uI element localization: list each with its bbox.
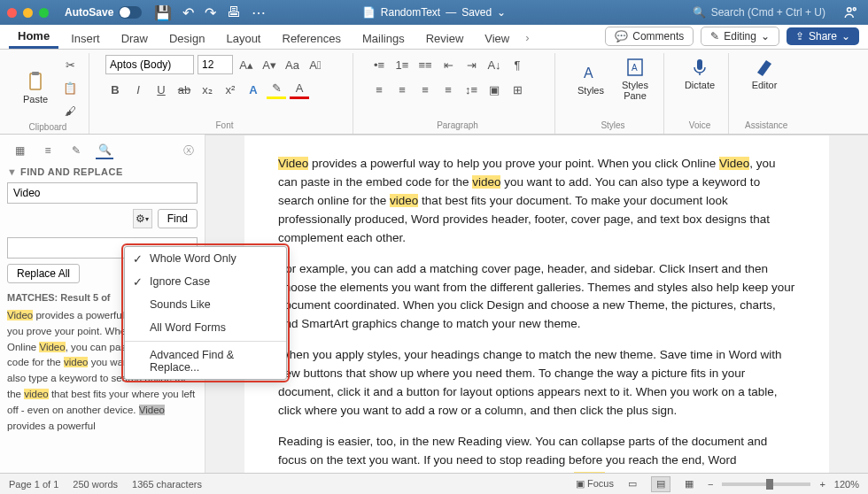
- headings-icon[interactable]: ≡: [39, 142, 57, 159]
- word-count[interactable]: 250 words: [73, 479, 118, 490]
- tab-insert[interactable]: Insert: [62, 27, 109, 49]
- zoom-out-icon[interactable]: −: [708, 479, 713, 490]
- zoom-slider[interactable]: [722, 482, 810, 486]
- tabs-overflow-icon[interactable]: ›: [522, 27, 532, 49]
- web-layout-icon[interactable]: ▦: [679, 476, 699, 492]
- text-effect-icon[interactable]: A: [244, 80, 263, 99]
- option-whole-word[interactable]: Whole Word Only: [125, 247, 286, 270]
- find-icon[interactable]: 🔍: [96, 142, 113, 159]
- justify-icon[interactable]: ≡: [438, 80, 458, 99]
- strikethrough-icon[interactable]: ab: [174, 80, 194, 99]
- bullet-list-icon[interactable]: •≡: [369, 55, 389, 74]
- borders-icon[interactable]: ⊞: [508, 80, 527, 99]
- maximize-window-icon[interactable]: [39, 8, 49, 18]
- shading-icon[interactable]: ▣: [484, 80, 504, 99]
- styles-icon: A: [580, 62, 601, 83]
- italic-icon[interactable]: I: [128, 80, 148, 99]
- review-icon[interactable]: ✎: [67, 142, 85, 159]
- align-right-icon[interactable]: ≡: [415, 80, 435, 99]
- format-painter-icon[interactable]: 🖌: [60, 101, 80, 120]
- tab-view[interactable]: View: [476, 27, 518, 49]
- editor-button[interactable]: Editor: [745, 55, 784, 92]
- undo-icon[interactable]: ↶: [182, 4, 194, 21]
- collaborate-icon[interactable]: [841, 3, 861, 22]
- font-color-icon[interactable]: A: [290, 80, 309, 99]
- minimize-window-icon[interactable]: [23, 8, 33, 18]
- align-center-icon[interactable]: ≡: [392, 80, 412, 99]
- option-all-word-forms[interactable]: All Word Forms: [125, 316, 286, 339]
- save-icon[interactable]: 💾: [154, 4, 172, 21]
- doc-status: Saved: [461, 6, 492, 19]
- bold-icon[interactable]: B: [105, 80, 125, 99]
- read-mode-icon[interactable]: ▭: [623, 476, 642, 492]
- copy-icon[interactable]: 📋: [60, 78, 80, 97]
- close-window-icon[interactable]: [7, 8, 17, 18]
- paragraph[interactable]: For example, you can add a matching cove…: [278, 260, 795, 335]
- autosave-label: AutoSave: [65, 6, 113, 19]
- find-input[interactable]: [7, 182, 198, 204]
- print-icon[interactable]: 🖶: [227, 4, 241, 21]
- zoom-level[interactable]: 120%: [834, 479, 859, 490]
- clear-format-icon[interactable]: A⃠: [306, 55, 325, 74]
- decrease-font-icon[interactable]: A▾: [260, 55, 279, 74]
- focus-mode-button[interactable]: ▣ Focus: [576, 478, 614, 490]
- autosave-switch-icon[interactable]: [119, 6, 142, 19]
- zoom-in-icon[interactable]: +: [819, 479, 825, 490]
- search-field[interactable]: 🔍 Search (Cmd + Ctrl + U): [693, 6, 825, 19]
- find-button[interactable]: Find: [158, 209, 198, 228]
- decrease-indent-icon[interactable]: ⇤: [438, 55, 458, 74]
- align-left-icon[interactable]: ≡: [369, 80, 389, 99]
- document-page[interactable]: Video provides a powerful way to help yo…: [244, 135, 829, 473]
- tab-layout[interactable]: Layout: [217, 27, 269, 49]
- line-spacing-icon[interactable]: ↕≡: [461, 80, 481, 99]
- advanced-find-replace[interactable]: Advanced Find & Replace...: [125, 343, 286, 379]
- autosave-toggle[interactable]: AutoSave: [65, 6, 142, 19]
- multilevel-list-icon[interactable]: ≡≡: [415, 55, 435, 74]
- option-ignore-case[interactable]: Ignore Case: [125, 270, 286, 293]
- dictate-button[interactable]: Dictate: [680, 55, 719, 92]
- cut-icon[interactable]: ✂: [60, 55, 80, 74]
- page-count[interactable]: Page 1 of 1: [9, 479, 58, 490]
- comments-button[interactable]: 💬 Comments: [605, 27, 694, 46]
- paste-button[interactable]: Paste: [16, 69, 55, 106]
- paragraph[interactable]: Reading is easier, too, in the new Readi…: [278, 433, 795, 473]
- tab-references[interactable]: References: [274, 27, 350, 49]
- underline-icon[interactable]: U: [151, 80, 171, 99]
- tab-home[interactable]: Home: [9, 25, 58, 49]
- tab-review[interactable]: Review: [417, 27, 473, 49]
- paragraph[interactable]: Video provides a powerful way to help yo…: [278, 155, 795, 248]
- number-list-icon[interactable]: 1≡: [392, 55, 412, 74]
- close-pane-icon[interactable]: ⓧ: [183, 143, 194, 158]
- sort-icon[interactable]: A↓: [484, 55, 504, 74]
- find-replace-header[interactable]: FIND AND REPLACE: [7, 166, 198, 177]
- char-count[interactable]: 1365 characters: [132, 479, 202, 490]
- paragraph[interactable]: When you apply styles, your headings cha…: [278, 346, 795, 421]
- print-layout-icon[interactable]: ▤: [651, 476, 670, 492]
- font-name-select[interactable]: [105, 55, 194, 74]
- tab-mailings[interactable]: Mailings: [353, 27, 414, 49]
- font-size-select[interactable]: [198, 55, 233, 74]
- thumbnails-icon[interactable]: ▦: [11, 142, 28, 159]
- styles-pane-button[interactable]: A Styles Pane: [616, 55, 655, 103]
- change-case-icon[interactable]: Aa: [283, 55, 302, 74]
- replace-all-button[interactable]: Replace All: [7, 264, 80, 283]
- horizontal-ruler[interactable]: [205, 135, 868, 135]
- increase-font-icon[interactable]: A▴: [236, 55, 256, 74]
- redo-icon[interactable]: ↷: [205, 4, 216, 21]
- share-button[interactable]: ⇪ Share ⌄: [787, 27, 859, 45]
- document-title[interactable]: 📄 RandomText — Saved ⌄: [362, 6, 506, 19]
- increase-indent-icon[interactable]: ⇥: [461, 55, 481, 74]
- styles-button[interactable]: A Styles: [571, 60, 610, 97]
- tab-design[interactable]: Design: [160, 27, 213, 49]
- share-icon: ⇪: [795, 30, 804, 42]
- show-marks-icon[interactable]: ¶: [508, 55, 527, 74]
- option-sounds-like[interactable]: Sounds Like: [125, 293, 286, 316]
- tab-draw[interactable]: Draw: [112, 27, 157, 49]
- superscript-icon[interactable]: x²: [221, 80, 240, 99]
- highlight-icon[interactable]: ✎: [267, 80, 286, 99]
- find-options-button[interactable]: ⚙▾: [133, 209, 152, 228]
- editing-button[interactable]: ✎ Editing ⌄: [701, 27, 779, 46]
- chevron-down-icon: ⌄: [841, 30, 850, 42]
- more-icon[interactable]: ⋯: [252, 4, 266, 21]
- subscript-icon[interactable]: x₂: [198, 80, 217, 99]
